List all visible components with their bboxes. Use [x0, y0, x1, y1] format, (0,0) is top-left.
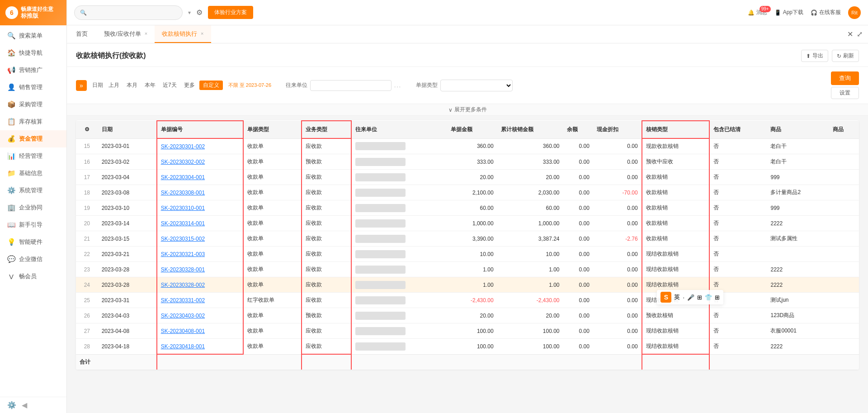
tab-prepay-close[interactable]: × [145, 31, 147, 36]
cell-bill-no[interactable]: SK-20230301-002 [157, 138, 243, 154]
cell-amount: 100.00 [447, 323, 497, 339]
cell-bill-no[interactable]: SK-20230321-003 [157, 247, 243, 262]
sidebar-item-quicknav[interactable]: 🏠 快捷导航 [0, 44, 66, 62]
tab-collection-close[interactable]: × [201, 31, 203, 36]
settings-bottom-icon[interactable]: ⚙️ [7, 401, 16, 409]
content: 收款核销执行(按收款) ⬆ 导出 ↻ 刷新 » 日期 上月 [67, 43, 868, 413]
sidebar-item-search[interactable]: 🔍 搜索菜单 [0, 27, 66, 44]
table-row[interactable]: 22 2023-03-21 SK-20230321-003 收款单 应收款 ██… [76, 247, 859, 262]
cell-bill-no[interactable]: SK-20230315-002 [157, 231, 243, 247]
table-row[interactable]: 27 2023-04-08 SK-20230408-001 收款单 应收款 ██… [76, 323, 859, 339]
refresh-button[interactable]: ↻ 刷新 [832, 50, 859, 62]
cell-include-settled: 否 [709, 170, 767, 185]
footer-billno [157, 354, 243, 370]
sidebar-item-enterprise[interactable]: 🏢 企业协同 [0, 199, 66, 216]
collapse-icon[interactable]: ◀ [22, 401, 27, 409]
cell-date: 2023-03-31 [98, 293, 157, 308]
table-row[interactable]: 24 2023-03-28 SK-20230328-002 收款单 应收款 ██… [76, 277, 859, 293]
cell-amount: 100.00 [447, 339, 497, 355]
sidebar-item-funds[interactable]: 💰 资金管理 [0, 130, 66, 147]
filter-date-7days[interactable]: 近7天 [160, 81, 179, 90]
cell-num: 25 [76, 293, 98, 308]
tab-collection[interactable]: 收款核销执行 × [155, 25, 211, 43]
notification-item[interactable]: 🔔 消息 99+ [748, 9, 767, 16]
filter-expand-bar[interactable]: ∨ 展开更多条件 [67, 104, 868, 116]
cell-amount: 333.00 [447, 154, 497, 170]
cell-balance: 0.00 [563, 185, 593, 200]
sidebar-item-hardware[interactable]: 💡 智能硬件 [0, 233, 66, 251]
export-button[interactable]: ⬆ 导出 [801, 50, 828, 62]
cell-bill-type: 收款单 [243, 308, 302, 323]
cell-bill-no[interactable]: SK-20230304-001 [157, 170, 243, 185]
industry-solution-button[interactable]: 体验行业方案 [208, 6, 253, 19]
user-avatar[interactable]: Rit [848, 6, 861, 19]
tab-close-all-icon[interactable]: ✕ [847, 30, 853, 38]
table-row[interactable]: 17 2023-03-04 SK-20230304-001 收款单 应收款 ██… [76, 170, 859, 185]
filter-partner-input[interactable] [310, 80, 392, 91]
cell-goods2 [829, 339, 859, 355]
tab-expand-icon[interactable]: ⤢ [857, 30, 863, 38]
cell-bill-no[interactable]: SK-20230314-001 [157, 216, 243, 231]
filter-partner-dots[interactable]: ... [394, 82, 401, 89]
sidebar-item-base[interactable]: 📁 基础信息 [0, 165, 66, 182]
topbar-gear-icon[interactable]: ⚙ [196, 8, 203, 17]
filter-date-custom[interactable]: 自定义 [199, 81, 223, 90]
table-row[interactable]: 20 2023-03-14 SK-20230314-001 收款单 应收款 ██… [76, 216, 859, 231]
table-row[interactable]: 19 2023-03-10 SK-20230310-001 收款单 应收款 ██… [76, 200, 859, 216]
filter-settings-button[interactable]: 设置 [831, 87, 859, 99]
cell-bill-type: 收款单 [243, 170, 302, 185]
cell-bill-no[interactable]: SK-20230418-001 [157, 339, 243, 355]
cell-balance: 0.00 [563, 293, 593, 308]
tab-prepay[interactable]: 预收/应收付单 × [97, 25, 155, 43]
col-amount: 单据金额 [447, 121, 497, 138]
table-row[interactable]: 21 2023-03-15 SK-20230315-002 收款单 应收款 ██… [76, 231, 859, 247]
table-row[interactable]: 28 2023-04-18 SK-20230418-001 收款单 应收款 ██… [76, 339, 859, 355]
cell-bill-no[interactable]: SK-20230302-002 [157, 154, 243, 170]
cell-bill-no[interactable]: SK-20230308-001 [157, 185, 243, 200]
table-row[interactable]: 26 2023-04-03 SK-20230403-002 收款单 预收款 ██… [76, 308, 859, 323]
cell-bill-no[interactable]: SK-20230403-002 [157, 308, 243, 323]
sidebar-item-wechat[interactable]: 💬 企业微信 [0, 251, 66, 268]
filter-date-lastmonth[interactable]: 上月 [106, 81, 122, 90]
sidebar-item-sales[interactable]: 👤 销售管理 [0, 79, 66, 96]
sidebar-item-marketing[interactable]: 📢 营销推广 [0, 62, 66, 79]
cell-goods [767, 247, 829, 262]
app-download-item[interactable]: 📱 App下载 [774, 9, 803, 16]
filter-date-more[interactable]: 更多 [181, 81, 198, 90]
col-settings[interactable]: ⚙ [76, 121, 98, 138]
filter-billtype-select[interactable] [440, 80, 513, 91]
sidebar-item-member[interactable]: V 畅会员 [0, 268, 66, 285]
online-service-item[interactable]: 🎧 在线客服 [811, 9, 841, 16]
table-row[interactable]: 18 2023-03-08 SK-20230308-001 收款单 应收款 ██… [76, 185, 859, 200]
filter-query-button[interactable]: 查询 [831, 71, 859, 85]
cell-written-off: 20.00 [497, 170, 563, 185]
cell-cancel-type: 收款核销 [642, 216, 709, 231]
cell-num: 21 [76, 231, 98, 247]
sidebar-item-purchase[interactable]: 📦 采购管理 [0, 96, 66, 113]
filter-toggle-btn[interactable]: » [76, 80, 87, 91]
table-row[interactable]: 25 2023-03-31 SK-20230331-002 红字收款单 应收款 … [76, 293, 859, 308]
filter-billtype-group: 单据类型 [416, 80, 513, 91]
filter-date-thisyear[interactable]: 本年 [142, 81, 158, 90]
cell-bill-no[interactable]: SK-20230408-001 [157, 323, 243, 339]
cell-bill-no[interactable]: SK-20230331-002 [157, 293, 243, 308]
sidebar-item-operation[interactable]: 📊 经营管理 [0, 147, 66, 165]
cell-include-settled: 否 [709, 247, 767, 262]
cell-bill-no[interactable]: SK-20230328-001 [157, 262, 243, 277]
sidebar-item-system[interactable]: ⚙️ 系统管理 [0, 182, 66, 199]
table-row[interactable]: 23 2023-03-28 SK-20230328-001 收款单 应收款 ██… [76, 262, 859, 277]
table-row[interactable]: 15 2023-03-01 SK-20230301-002 收款单 应收款 ██… [76, 138, 859, 154]
cell-bill-no[interactable]: SK-20230310-001 [157, 200, 243, 216]
cell-written-off: 1.00 [497, 262, 563, 277]
cell-amount: 360.00 [447, 138, 497, 154]
filter-date-thismonth[interactable]: 本月 [124, 81, 140, 90]
sales-icon: 👤 [7, 83, 15, 91]
sidebar-item-newbie[interactable]: 📖 新手引导 [0, 216, 66, 233]
topbar-dropdown-arrow[interactable]: ▾ [188, 9, 191, 16]
tab-home[interactable]: 首页 [67, 25, 97, 43]
table-row[interactable]: 16 2023-03-02 SK-20230302-002 收款单 预收款 ██… [76, 154, 859, 170]
purchase-icon: 📦 [7, 100, 15, 109]
cell-bill-no[interactable]: SK-20230328-002 [157, 277, 243, 293]
refresh-icon: ↻ [837, 53, 841, 59]
sidebar-item-inventory[interactable]: 📋 库存核算 [0, 113, 66, 130]
